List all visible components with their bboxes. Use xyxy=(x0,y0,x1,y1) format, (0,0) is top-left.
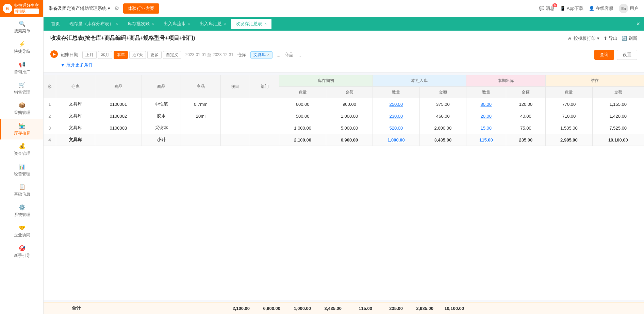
out-qty-link[interactable]: 15.00 xyxy=(481,126,492,131)
query-button[interactable]: 查询 xyxy=(594,50,614,60)
sidebar-item-base[interactable]: 📋基础信息 xyxy=(0,180,43,201)
table-section: ⚙ 仓库 商品 商品 商品 项目 部门 库存期初 本期入库 本期出库 结存 xyxy=(44,75,644,300)
sidebar-label-sales: 销售管理 xyxy=(14,89,30,95)
sidebar-item-enterprise[interactable]: 🤝企业协同 xyxy=(0,221,43,242)
sidebar-item-system[interactable]: ⚙️系统管理 xyxy=(0,201,43,221)
settings-icon[interactable]: ⚙ xyxy=(114,5,119,12)
sidebar-item-quick[interactable]: ⚡快捷导航 xyxy=(0,37,43,58)
date-btn-本月[interactable]: 本月 xyxy=(98,51,112,59)
cell-bal-amt: 10,100.00 xyxy=(592,134,644,146)
warehouse-more[interactable]: ... xyxy=(277,52,280,57)
settings-button[interactable]: 设置 xyxy=(617,50,637,60)
cell-in-amt: 3,435.00 xyxy=(419,134,466,146)
sidebar-label-finance: 资金管理 xyxy=(14,151,30,156)
trial-button[interactable]: 体验行业方案 xyxy=(123,3,159,14)
tab-close-stock-dist[interactable]: × xyxy=(116,21,118,26)
expand-more-button[interactable]: ▼ 展开更多条件 xyxy=(61,60,637,69)
cell-warehouse: 文具库 xyxy=(56,110,95,122)
sidebar-item-marketing[interactable]: 📢营销推广 xyxy=(0,58,43,78)
cell-name: 中性笔 xyxy=(142,98,181,110)
th-opening-group: 库存期初 xyxy=(279,75,373,87)
in-qty-link[interactable]: 230.00 xyxy=(390,114,403,119)
sidebar: 6 畅捷通好生意 标准版 🔍搜索菜单⚡快捷导航📢营销推广🛒销售管理📦采购管理🏪库… xyxy=(0,0,44,314)
tab-inout-summary[interactable]: 出入库汇总× xyxy=(195,19,231,29)
cell-warehouse: 文具库 xyxy=(56,98,95,110)
sidebar-item-operations[interactable]: 📊经营管理 xyxy=(0,160,43,180)
product-filter-label: 商品 xyxy=(284,52,293,58)
tab-close-batch[interactable]: × xyxy=(152,21,154,26)
out-qty-link[interactable]: 80.00 xyxy=(481,102,492,107)
date-range-display: 2023-01-01 至 2023-12-31 xyxy=(185,52,233,58)
warehouse-tag-close[interactable]: × xyxy=(267,52,269,57)
in-qty-link[interactable]: 520.00 xyxy=(390,126,403,131)
date-btn-上月[interactable]: 上月 xyxy=(82,51,97,59)
table-row: 1 文具库 0100001 中性笔 0.7mm 600.00 900.00 25… xyxy=(44,98,644,110)
top-header: 装备及固定资产辅助管理系统 ▾ ⚙ 体验行业方案 💬 消息 6 📱 App下载 … xyxy=(44,0,644,17)
close-all-tabs-button[interactable]: × xyxy=(635,19,641,29)
th-product-spec: 商品 xyxy=(181,75,221,98)
tab-close-inout-flow[interactable]: × xyxy=(188,21,190,26)
footer-in-amt: 3,435.00 xyxy=(314,306,345,311)
tab-receive-summary[interactable]: 收发存汇总表× xyxy=(231,19,271,29)
inventory-icon: 🏪 xyxy=(19,122,26,129)
sidebar-item-search[interactable]: 🔍搜索菜单 xyxy=(0,17,43,37)
sidebar-item-finance[interactable]: 💰资金管理 xyxy=(0,139,43,160)
cell-in-amt: 460.00 xyxy=(419,110,466,122)
cell-open-amt: 5,000.00 xyxy=(326,122,373,134)
table-gear-icon[interactable]: ⚙ xyxy=(47,84,52,89)
sidebar-item-purchase[interactable]: 📦采购管理 xyxy=(0,99,43,119)
app-download-label: App下载 xyxy=(567,5,583,12)
tab-inout-flow[interactable]: 出入库流水× xyxy=(159,19,195,29)
cell-project xyxy=(220,98,250,110)
cell-open-qty: 2,100.00 xyxy=(279,134,326,146)
sidebar-item-inventory[interactable]: 🏪库存核算 xyxy=(0,119,43,139)
cell-in-qty: 520.00 xyxy=(373,122,419,134)
cell-out-amt: 75.00 xyxy=(506,122,546,134)
cell-bal-qty: 2,985.00 xyxy=(546,134,592,146)
cell-spec: 20ml xyxy=(181,110,221,122)
tab-stock-dist[interactable]: 现存量（库存分布表）× xyxy=(65,19,123,29)
table-row: 4 文具库 小计 2,100.00 6,900.00 1,000.00 3,43… xyxy=(44,134,644,146)
online-service-item[interactable]: 👤 在线客服 xyxy=(589,5,613,12)
marketing-icon: 📢 xyxy=(19,61,26,68)
sidebar-label-marketing: 营销推广 xyxy=(14,69,30,75)
cell-dept xyxy=(250,110,279,122)
header-right: 💬 消息 6 📱 App下载 👤 在线客服 Ea 用户 xyxy=(539,4,639,13)
tab-batch[interactable]: 库存批次账× xyxy=(123,19,159,29)
tab-home[interactable]: 首页 xyxy=(46,19,65,29)
date-btn-更多[interactable]: 更多 xyxy=(147,51,162,59)
cell-name: 胶水 xyxy=(142,110,181,122)
page-header: 收发存汇总表(按仓库+商品编码+商品+规格型号+项目+部门) 🖨 按模板打印 ▾… xyxy=(44,31,644,46)
th-open-amt: 金额 xyxy=(326,87,373,98)
export-button[interactable]: ⬆ 导出 xyxy=(604,35,617,42)
th-bal-qty: 数量 xyxy=(546,87,592,98)
filter-collapse-button[interactable]: ▶ xyxy=(50,50,58,58)
app-download-item[interactable]: 📱 App下载 xyxy=(560,5,583,12)
sidebar-item-newbie[interactable]: 🎯新手引导 xyxy=(0,242,43,262)
tab-close-receive-summary[interactable]: × xyxy=(264,21,267,26)
out-qty-link[interactable]: 20.00 xyxy=(481,114,492,119)
warehouse-tag: 文具库 × xyxy=(250,51,273,59)
tab-close-inout-summary[interactable]: × xyxy=(224,21,226,26)
date-btn-本年[interactable]: 本年 xyxy=(114,51,128,59)
product-more[interactable]: ... xyxy=(297,52,301,57)
refresh-button[interactable]: 🔄 刷新 xyxy=(622,35,637,42)
logo-badge: 标准版 xyxy=(14,9,39,14)
cell-open-amt: 900.00 xyxy=(326,98,373,110)
cell-code: 0100002 xyxy=(95,110,142,122)
out-qty-link[interactable]: 115.00 xyxy=(479,137,493,143)
system-title-dropdown[interactable]: 装备及固定资产辅助管理系统 ▾ xyxy=(49,5,110,12)
sidebar-item-sales[interactable]: 🛒销售管理 xyxy=(0,78,43,99)
in-qty-link[interactable]: 1,000.00 xyxy=(387,137,405,143)
print-template-button[interactable]: 🖨 按模板打印 ▾ xyxy=(568,35,599,42)
message-item[interactable]: 💬 消息 6 xyxy=(539,5,555,12)
user-item[interactable]: Ea 用户 xyxy=(619,4,639,13)
date-btn-自定义[interactable]: 自定义 xyxy=(163,51,181,59)
th-out-amt: 金额 xyxy=(506,87,546,98)
in-qty-link[interactable]: 250.00 xyxy=(390,102,403,107)
cell-out-qty: 115.00 xyxy=(466,134,506,146)
cell-bal-qty: 710.00 xyxy=(546,110,592,122)
date-btn-近7天[interactable]: 近7天 xyxy=(129,51,146,59)
cell-out-amt: 120.00 xyxy=(506,98,546,110)
tab-label-stock-dist: 现存量（库存分布表） xyxy=(69,21,114,27)
